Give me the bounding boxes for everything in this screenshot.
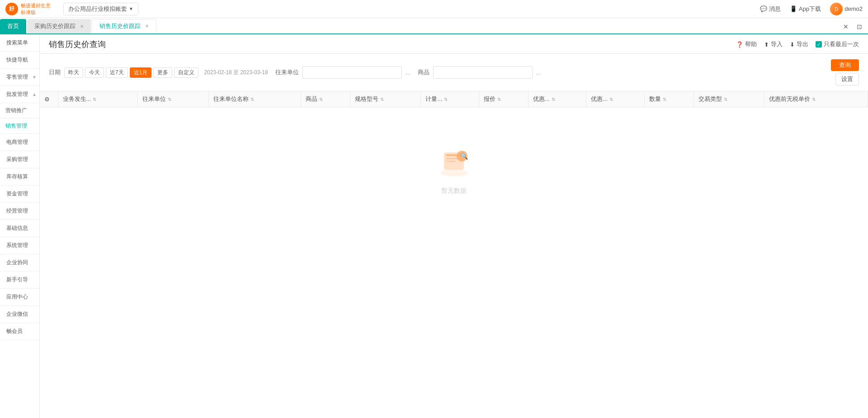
tab-home-label: 首页: [7, 22, 19, 30]
company-selector[interactable]: 办公用品行业模拟账套 ▼: [63, 3, 138, 15]
product-filter-group: 商品 ...: [418, 66, 541, 79]
sidebar-item-corp-wechat[interactable]: 企业微信: [0, 306, 39, 323]
product-label: 商品: [418, 68, 429, 76]
logo-icon: 好: [5, 3, 18, 15]
query-button[interactable]: 查询: [831, 59, 859, 71]
filter-bar: 日期 昨天 今天 近7天 近1月 更多 自定义 2023-02-18 至 202…: [40, 54, 868, 91]
avatar: D: [830, 3, 843, 15]
app-download-button[interactable]: 📱 App下载: [790, 5, 821, 13]
tab-bar: 首页 采购历史价跟踪 ✕ 销售历史价跟踪 ✕ ✕ ⊡: [0, 18, 868, 34]
tab-restore-button[interactable]: ⊡: [854, 22, 864, 32]
date-btn-today[interactable]: 今天: [85, 67, 104, 78]
partner-input[interactable]: [302, 66, 402, 79]
empty-illustration: 🔍: [436, 143, 472, 180]
sidebar-item-quick-nav[interactable]: 快捷导航: [0, 52, 39, 69]
sort-icon: ⇅: [552, 97, 555, 102]
chevron-down-icon: ▼: [129, 6, 133, 11]
th-partner-code[interactable]: 往来单位 ⇅: [138, 91, 209, 107]
date-btn-last7[interactable]: 近7天: [106, 67, 128, 78]
th-biz-date[interactable]: 业务发生... ⇅: [58, 91, 138, 107]
date-btn-yesterday[interactable]: 昨天: [64, 67, 83, 78]
import-icon: ⬆: [764, 41, 769, 48]
header-right: 💬 消息 📱 App下载 D demo2: [760, 3, 863, 15]
sidebar-item-purchase[interactable]: 采购管理: [0, 151, 39, 168]
sidebar-item-system[interactable]: 系统管理: [0, 237, 39, 254]
help-button[interactable]: ❓ 帮助: [736, 40, 757, 48]
svg-rect-4: [446, 161, 456, 162]
user-menu[interactable]: D demo2: [830, 3, 863, 15]
svg-rect-3: [446, 158, 458, 159]
header-left: 好 畅捷通好生意 标准版 办公用品行业模拟账套 ▼: [5, 2, 138, 15]
th-unit[interactable]: 计量... ⇅: [421, 91, 479, 107]
sidebar-item-finance[interactable]: 资金管理: [0, 185, 39, 203]
checkbox-icon: ✓: [816, 41, 822, 48]
th-spec[interactable]: 规格型号 ⇅: [350, 91, 421, 107]
date-btn-more[interactable]: 更多: [153, 67, 172, 78]
tab-actions: ✕ ⊡: [841, 22, 868, 33]
date-range-text: 2023-02-18 至 2023-03-18: [204, 69, 268, 76]
tab-sales-history[interactable]: 销售历史价跟踪 ✕: [92, 19, 156, 33]
th-partner-name[interactable]: 往来单位名称 ⇅: [208, 91, 301, 107]
sidebar-item-enterprise[interactable]: 企业协同: [0, 254, 39, 271]
sidebar-item-ecom[interactable]: 电商管理: [0, 134, 39, 151]
sort-icon: ⇅: [724, 97, 727, 102]
message-icon: 💬: [760, 5, 767, 12]
date-label: 日期: [49, 68, 61, 76]
sidebar-item-ops[interactable]: 经营管理: [0, 203, 39, 220]
chevron-icon: ▲: [32, 92, 37, 97]
sidebar-item-marketing[interactable]: 营销推广: [0, 103, 39, 119]
sidebar-item-inventory[interactable]: 库存核算: [0, 168, 39, 185]
tab-sales-close[interactable]: ✕: [145, 24, 149, 28]
sidebar-item-search-menu[interactable]: 搜索菜单: [0, 34, 39, 52]
table-header: ⚙ 业务发生... ⇅ 往来单位 ⇅: [40, 91, 868, 107]
sidebar-item-vip[interactable]: 畅会员: [0, 323, 39, 340]
top-header: 好 畅捷通好生意 标准版 办公用品行业模拟账套 ▼ 💬 消息 📱 App下载 D…: [0, 0, 868, 18]
th-discount1[interactable]: 优惠... ⇅: [528, 91, 586, 107]
sort-icon: ⇅: [168, 97, 171, 102]
chevron-icon: ▼: [32, 75, 37, 80]
sort-icon: ⇅: [812, 97, 816, 102]
tab-purchase-history[interactable]: 采购历史价跟踪 ✕: [27, 19, 91, 33]
sort-icon: ⇅: [497, 97, 501, 102]
message-button[interactable]: 💬 消息: [760, 5, 781, 13]
th-settings[interactable]: ⚙: [40, 91, 58, 107]
settings-button[interactable]: 设置: [835, 73, 859, 86]
export-button[interactable]: ⬇ 导出: [790, 40, 808, 48]
tab-close-all-button[interactable]: ✕: [841, 22, 851, 32]
sidebar-item-app-center[interactable]: 应用中心: [0, 289, 39, 306]
date-btn-custom[interactable]: 自定义: [174, 67, 198, 78]
import-button[interactable]: ⬆ 导入: [764, 40, 783, 48]
product-dots-button[interactable]: ...: [536, 69, 541, 76]
sidebar-item-basic-info[interactable]: 基础信息: [0, 220, 39, 237]
export-icon: ⬇: [790, 41, 795, 48]
sidebar-item-guide[interactable]: 新手引导: [0, 271, 39, 289]
page-title: 销售历史价查询: [49, 39, 106, 50]
partner-dots-button[interactable]: ...: [406, 69, 410, 76]
th-quantity[interactable]: 数量 ⇅: [645, 91, 694, 107]
th-trade-type[interactable]: 交易类型 ⇅: [693, 91, 764, 107]
table-container: ⚙ 业务发生... ⇅ 往来单位 ⇅: [40, 91, 868, 418]
logo-text: 畅捷通好生意 标准版: [21, 2, 51, 15]
tab-purchase-label: 采购历史价跟踪: [34, 22, 75, 30]
tab-purchase-close[interactable]: ✕: [80, 24, 84, 29]
th-product[interactable]: 商品 ⇅: [301, 91, 350, 107]
sort-icon: ⇅: [380, 97, 384, 102]
sidebar-item-retail[interactable]: 零售管理 ▼: [0, 69, 39, 86]
sidebar-item-sales-mgmt[interactable]: 销售管理: [0, 119, 39, 134]
sidebar-item-wholesale[interactable]: 批发管理 ▲: [0, 86, 39, 103]
th-price[interactable]: 报价 ⇅: [479, 91, 528, 107]
phone-icon: 📱: [790, 5, 797, 12]
settings-icon: ⚙: [44, 96, 50, 103]
tab-sales-label: 销售历史价跟踪: [99, 22, 141, 30]
product-input[interactable]: [433, 66, 533, 79]
th-discount2[interactable]: 优惠... ⇅: [586, 91, 645, 107]
help-icon: ❓: [736, 41, 743, 48]
sort-icon: ⇅: [319, 97, 323, 102]
svg-point-0: [440, 169, 467, 176]
sidebar: 搜索菜单 快捷导航 零售管理 ▼ 批发管理 ▲ 营销推广 销售管理 电商管理 采…: [0, 34, 40, 418]
tab-home[interactable]: 首页: [0, 19, 26, 33]
sort-icon: ⇅: [250, 97, 254, 102]
date-btn-last1m[interactable]: 近1月: [130, 67, 152, 78]
th-pre-tax-price[interactable]: 优惠前无税单价 ⇅: [764, 91, 868, 107]
only-last-checkbox[interactable]: ✓ 只看最后一次: [816, 40, 859, 48]
